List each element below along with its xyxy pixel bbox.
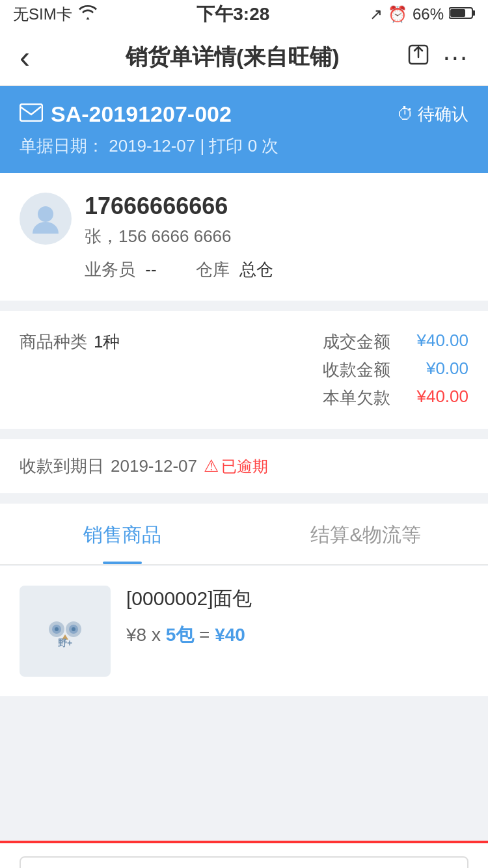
customer-phone: 17666666666 <box>85 193 468 220</box>
svg-rect-4 <box>20 104 42 121</box>
nav-actions: ··· <box>407 42 468 72</box>
alarm-icon: ⏰ <box>388 5 407 23</box>
payment-amount-row: 收款金额 ¥0.00 <box>323 359 468 381</box>
status-bar-left: 无SIM卡 <box>13 4 97 25</box>
more-button[interactable]: ··· <box>443 42 468 72</box>
payment-value: ¥0.00 <box>403 359 468 381</box>
confirm-btn-wrapper: 旺铺订单确认 <box>0 841 488 868</box>
customer-row: 17666666666 张，156 6666 6666 业务员 -- 仓库 总仓 <box>20 193 468 281</box>
price-total: ¥40 <box>215 625 245 645</box>
battery-text: 66% <box>413 5 444 23</box>
customer-meta: 业务员 -- 仓库 总仓 <box>85 258 468 281</box>
price-text: ¥8 x <box>126 625 166 645</box>
svg-text:野+: 野+ <box>58 638 72 647</box>
customer-name: 张，156 6666 6666 <box>85 225 468 248</box>
share-button[interactable] <box>407 43 430 72</box>
transaction-amount-row: 成交金额 ¥40.00 <box>323 331 468 353</box>
tab-settlement[interactable]: 结算&物流等 <box>244 504 488 564</box>
warning-icon: ⚠ <box>204 456 219 476</box>
category-info: 商品种类 1种 <box>20 331 120 353</box>
debt-label: 本单欠款 <box>323 387 390 409</box>
order-id: SA-20191207-002 <box>20 102 232 127</box>
print-info: | 打印 0 次 <box>200 136 278 156</box>
bottom-spacer <box>0 698 488 841</box>
transaction-label: 成交金额 <box>323 331 390 353</box>
product-section: 野+ [0000002]面包 ¥8 x 5包 = ¥40 <box>0 566 488 696</box>
status-bar-time: 下午3:28 <box>197 2 269 27</box>
back-button[interactable]: ‹ <box>20 39 59 75</box>
wifi-icon <box>79 5 97 23</box>
product-price: ¥8 x 5包 = ¥40 <box>126 623 468 647</box>
page-title: 销货单详情(来自旺铺) <box>126 42 340 72</box>
order-banner: SA-20191207-002 ⏱ 待确认 单据日期： 2019-12-07 |… <box>0 86 488 173</box>
tab-settlement-label: 结算&物流等 <box>310 524 421 545</box>
svg-point-10 <box>55 627 59 631</box>
battery-icon <box>449 5 475 23</box>
product-name: [0000002]面包 <box>126 586 468 612</box>
customer-info: 17666666666 张，156 6666 6666 业务员 -- 仓库 总仓 <box>85 193 468 281</box>
svg-point-11 <box>72 627 75 631</box>
status-bar: 无SIM卡 下午3:28 ↗ ⏰ 66% <box>0 0 488 29</box>
sales-meta: 业务员 -- <box>85 258 157 281</box>
tabs-header: 销售商品 结算&物流等 <box>0 504 488 565</box>
svg-rect-1 <box>472 10 475 16</box>
nav-bar: ‹ 销货单详情(来自旺铺) ··· <box>0 29 488 86</box>
location-icon: ↗ <box>370 5 383 23</box>
warehouse-meta: 仓库 总仓 <box>196 258 273 281</box>
amounts-section: 成交金额 ¥40.00 收款金额 ¥0.00 本单欠款 ¥40.00 <box>323 331 468 409</box>
order-id-text: SA-20191207-002 <box>51 102 232 127</box>
svg-rect-2 <box>450 9 465 17</box>
product-info: [0000002]面包 ¥8 x 5包 = ¥40 <box>126 586 468 647</box>
avatar <box>20 193 72 245</box>
order-status: ⏱ 待确认 <box>397 103 468 126</box>
warehouse-value: 总仓 <box>239 260 273 279</box>
date-label: 单据日期： <box>20 136 104 156</box>
carrier-text: 无SIM卡 <box>13 4 72 25</box>
customer-section: 17666666666 张，156 6666 6666 业务员 -- 仓库 总仓 <box>0 173 488 301</box>
debt-amount-row: 本单欠款 ¥40.00 <box>323 387 468 409</box>
debt-value: ¥40.00 <box>403 387 468 409</box>
product-thumbnail: 野+ <box>20 586 111 677</box>
category-value: 1种 <box>94 331 120 353</box>
payment-label: 收款金额 <box>323 359 390 381</box>
tab-products-label: 销售商品 <box>83 524 161 545</box>
product-item: 野+ [0000002]面包 ¥8 x 5包 = ¥40 <box>20 586 468 677</box>
due-date-section: 收款到期日 2019-12-07 ⚠ 已逾期 <box>0 439 488 493</box>
overdue-badge: ⚠ 已逾期 <box>204 456 268 477</box>
svg-point-5 <box>38 206 53 222</box>
equal-sign: = <box>194 625 215 645</box>
tabs-section: 销售商品 结算&物流等 <box>0 504 488 565</box>
summary-row: 商品种类 1种 成交金额 ¥40.00 收款金额 ¥0.00 本单欠款 ¥40.… <box>20 331 468 409</box>
category-label: 商品种类 <box>20 331 87 353</box>
status-text: 待确认 <box>418 103 468 126</box>
due-date-label: 收款到期日 <box>20 455 104 478</box>
confirm-order-button[interactable]: 旺铺订单确认 <box>20 856 468 868</box>
warehouse-label: 仓库 <box>196 260 230 279</box>
mail-icon <box>20 102 43 127</box>
overdue-text: 已逾期 <box>221 456 268 477</box>
quantity-value: 5包 <box>166 625 195 645</box>
clock-icon: ⏱ <box>397 104 414 124</box>
order-date-row: 单据日期： 2019-12-07 | 打印 0 次 <box>20 135 468 157</box>
sales-value: -- <box>145 260 156 279</box>
tab-products[interactable]: 销售商品 <box>0 504 244 564</box>
transaction-value: ¥40.00 <box>403 331 468 353</box>
order-date-value: 2019-12-07 <box>109 136 195 156</box>
due-date-value: 2019-12-07 <box>111 456 197 476</box>
status-bar-right: ↗ ⏰ 66% <box>370 5 475 23</box>
sales-label: 业务员 <box>85 260 135 279</box>
summary-section: 商品种类 1种 成交金额 ¥40.00 收款金额 ¥0.00 本单欠款 ¥40.… <box>0 311 488 429</box>
